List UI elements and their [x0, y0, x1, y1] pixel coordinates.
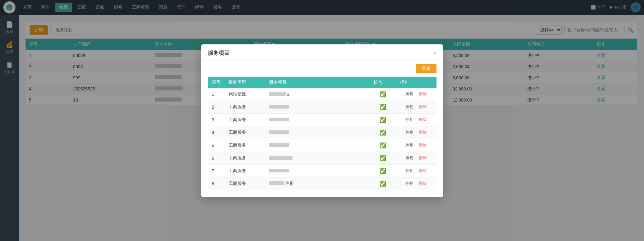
modal-table-row: 6 工商服务 ✅ 停用 删除 — [208, 152, 437, 164]
modal-close-button[interactable]: × — [433, 50, 437, 56]
stop-btn-3[interactable]: 停用 — [404, 116, 416, 123]
modal-col-item: 服务项目 — [265, 77, 369, 88]
status-active-icon: ✅ — [379, 181, 386, 187]
modal-table-row: 3 工商服务 ✅ 停用 删除 — [208, 113, 437, 126]
status-active-icon: ✅ — [379, 117, 386, 123]
delete-btn-2[interactable]: 删除 — [417, 104, 429, 111]
modal-table-row: 5 工商服务 ✅ 停用 删除 — [208, 139, 437, 152]
delete-btn-7[interactable]: 删除 — [417, 167, 429, 174]
stop-btn-7[interactable]: 停用 — [404, 167, 416, 174]
service-items-modal: 服务项目 × 新建 序号 服务类型 服务项目 状态 操作 — [201, 44, 443, 197]
delete-btn-8[interactable]: 删除 — [417, 180, 429, 187]
delete-btn-1[interactable]: 删除 — [417, 91, 429, 98]
delete-btn-4[interactable]: 删除 — [417, 129, 429, 136]
modal-body: 序号 服务类型 服务项目 状态 操作 1 代理记账 1 ✅ — [201, 77, 443, 197]
modal-table-row: 4 工商服务 ✅ 停用 删除 — [208, 126, 437, 139]
stop-btn-2[interactable]: 停用 — [404, 104, 416, 111]
status-active-icon: ✅ — [379, 143, 386, 148]
stop-btn-8[interactable]: 停用 — [404, 180, 416, 187]
modal-title: 服务项目 — [208, 50, 229, 57]
modal-overlay[interactable]: 服务项目 × 新建 序号 服务类型 服务项目 状态 操作 — [0, 0, 644, 241]
stop-btn-6[interactable]: 停用 — [404, 155, 416, 162]
status-active-icon: ✅ — [379, 130, 386, 135]
modal-col-type: 服务类型 — [225, 77, 265, 88]
status-active-icon: ✅ — [379, 168, 386, 174]
modal-header: 服务项目 × — [201, 44, 443, 61]
new-service-button[interactable]: 新建 — [416, 64, 437, 73]
modal-col-action: 操作 — [396, 77, 437, 88]
modal-col-status: 状态 — [369, 77, 396, 88]
stop-btn-1[interactable]: 停用 — [404, 91, 416, 98]
status-active-icon: ✅ — [379, 155, 386, 161]
modal-table-row: 1 代理记账 1 ✅ 停用 删除 — [208, 88, 437, 101]
modal-table-row: 8 工商服务 注册 ✅ 停用 删除 — [208, 177, 437, 190]
delete-btn-3[interactable]: 删除 — [417, 116, 429, 123]
status-active-icon: ✅ — [379, 104, 386, 110]
modal-col-seq: 序号 — [208, 77, 225, 88]
modal-toolbar: 新建 — [201, 61, 443, 77]
service-table: 序号 服务类型 服务项目 状态 操作 1 代理记账 1 ✅ — [208, 77, 437, 190]
delete-btn-5[interactable]: 删除 — [417, 142, 429, 149]
modal-table-row: 7 工商服务 ✅ 停用 删除 — [208, 164, 437, 177]
stop-btn-5[interactable]: 停用 — [404, 142, 416, 149]
status-active-icon: ✅ — [379, 91, 386, 97]
delete-btn-6[interactable]: 删除 — [417, 155, 429, 162]
stop-btn-4[interactable]: 停用 — [404, 129, 416, 136]
modal-table-row: 2 工商服务 ✅ 停用 删除 — [208, 101, 437, 113]
